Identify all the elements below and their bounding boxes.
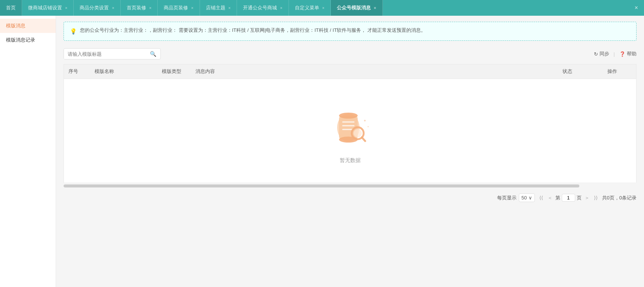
table-header-name: 模版名称 xyxy=(90,64,157,79)
nav-tab-2[interactable]: 商品分类设置× xyxy=(74,0,120,16)
page-label: 第 xyxy=(555,195,560,201)
page-unit: 页 xyxy=(577,195,582,201)
svg-point-8 xyxy=(354,129,362,137)
svg-point-2 xyxy=(339,113,358,119)
svg-text:✦: ✦ xyxy=(367,125,369,128)
empty-state: ✦ ✦ 暂无数据 xyxy=(68,83,632,179)
empty-icon: ✦ ✦ xyxy=(68,105,632,151)
nav-tab-7[interactable]: 自定义菜单× xyxy=(289,0,331,16)
search-bar: 🔍 ↻ 同步 | ❓ 帮助 xyxy=(64,48,637,59)
sync-button[interactable]: ↻ 同步 xyxy=(594,51,609,57)
table-head: 序号模版名称模版类型消息内容状态操作 xyxy=(64,64,637,79)
nav-tab-close-6[interactable]: × xyxy=(280,6,282,10)
main-layout: 模版消息模版消息记录 💡 您的公众号行业为：主营行业：，副营行业： 需要设置为：… xyxy=(0,16,644,287)
page-size-label: 每页显示 xyxy=(497,195,517,201)
table-header-action: 操作 xyxy=(603,64,637,79)
table-header-status: 状态 xyxy=(558,64,603,79)
sidebar: 模版消息模版消息记录 xyxy=(0,16,56,287)
toolbar-divider: | xyxy=(614,51,615,57)
next-page-button[interactable]: ＞ xyxy=(583,194,591,202)
page-size-value: 50 xyxy=(521,195,527,201)
sidebar-item-1[interactable]: 模版消息记录 xyxy=(0,33,56,47)
search-input[interactable] xyxy=(64,49,146,59)
nav-tab-close-2[interactable]: × xyxy=(112,6,114,10)
search-input-wrap: 🔍 xyxy=(64,48,161,59)
nav-tab-close-4[interactable]: × xyxy=(191,6,193,10)
help-icon: ❓ xyxy=(619,51,625,57)
pagination: 每页显示 50 ∨ ⟨⟨ ＜ 第 页 ＞ ⟩⟩ 共0页，0条记录 xyxy=(64,189,637,204)
page-size-dropdown[interactable]: 50 ∨ xyxy=(519,193,534,202)
top-nav: 首页微商城店铺设置×商品分类设置×首页装修×商品页装修×店铺主题×开通公众号商城… xyxy=(0,0,644,16)
nav-tab-close-3[interactable]: × xyxy=(149,6,151,10)
sync-label: 同步 xyxy=(600,51,609,57)
svg-text:✦: ✦ xyxy=(363,119,366,123)
nav-tab-4[interactable]: 商品页装修× xyxy=(158,0,200,16)
prev-page-button[interactable]: ＜ xyxy=(546,194,554,202)
empty-text: 暂无数据 xyxy=(68,157,632,164)
svg-line-9 xyxy=(362,137,365,141)
page-size-select: 每页显示 50 ∨ xyxy=(497,193,534,202)
notice-prefix: 您的公众号行业为：主营行业：，副营行业： xyxy=(80,27,177,33)
close-all-button[interactable]: × xyxy=(629,0,644,16)
chevron-down-icon: ∨ xyxy=(529,195,532,201)
nav-tab-close-5[interactable]: × xyxy=(228,6,231,10)
content-area: 💡 您的公众号行业为：主营行业：，副营行业： 需要设置为：主营行业：IT科技 /… xyxy=(56,16,644,287)
nav-tab-3[interactable]: 首页装修× xyxy=(121,0,158,16)
nav-tab-5[interactable]: 店铺主题× xyxy=(200,0,237,16)
page-total: 共0页，0条记录 xyxy=(602,195,637,201)
help-button[interactable]: ❓ 帮助 xyxy=(619,51,637,57)
notice-icon: 💡 xyxy=(70,27,77,36)
scroll-bar-thumb xyxy=(64,184,579,187)
nav-tab-0[interactable]: 首页 xyxy=(0,0,22,16)
nav-tab-6[interactable]: 开通公众号商城× xyxy=(237,0,289,16)
notice-text: 您的公众号行业为：主营行业：，副营行业： 需要设置为：主营行业：IT科技 / 互… xyxy=(80,27,426,34)
notice-box: 💡 您的公众号行业为：主营行业：，副营行业： 需要设置为：主营行业：IT科技 /… xyxy=(64,22,637,41)
nav-tab-close-1[interactable]: × xyxy=(65,6,67,10)
notice-highlight: 需要设置为：主营行业：IT科技 / 互联网|电子商务，副营行业：IT科技 / I… xyxy=(179,27,366,33)
nav-tab-1[interactable]: 微商城店铺设置× xyxy=(22,0,74,16)
table-empty-row: ✦ ✦ 暂无数据 xyxy=(64,79,637,183)
help-label: 帮助 xyxy=(627,51,637,57)
sync-icon: ↻ xyxy=(594,51,598,57)
table-header-content: 消息内容 xyxy=(191,64,558,79)
last-page-button[interactable]: ⟩⟩ xyxy=(592,194,599,201)
nav-tab-close-7[interactable]: × xyxy=(322,6,324,10)
nav-tab-close-8[interactable]: × xyxy=(374,6,376,10)
search-button[interactable]: 🔍 xyxy=(146,49,160,59)
notice-suffix: 才能正常发送预置的消息。 xyxy=(367,27,426,33)
table-header-type: 模版类型 xyxy=(157,64,191,79)
page-nav: ⟨⟨ ＜ 第 页 ＞ ⟩⟩ xyxy=(538,194,599,202)
table-header-index: 序号 xyxy=(64,64,90,79)
data-table: 序号模版名称模版类型消息内容状态操作 xyxy=(64,64,637,183)
scroll-bar[interactable] xyxy=(64,184,637,187)
nav-tab-8[interactable]: 公众号模版消息× xyxy=(331,0,382,16)
page-input[interactable] xyxy=(562,194,575,202)
sidebar-item-0[interactable]: 模版消息 xyxy=(0,19,56,33)
first-page-button[interactable]: ⟨⟨ xyxy=(538,194,545,201)
toolbar-right: ↻ 同步 | ❓ 帮助 xyxy=(594,51,637,57)
